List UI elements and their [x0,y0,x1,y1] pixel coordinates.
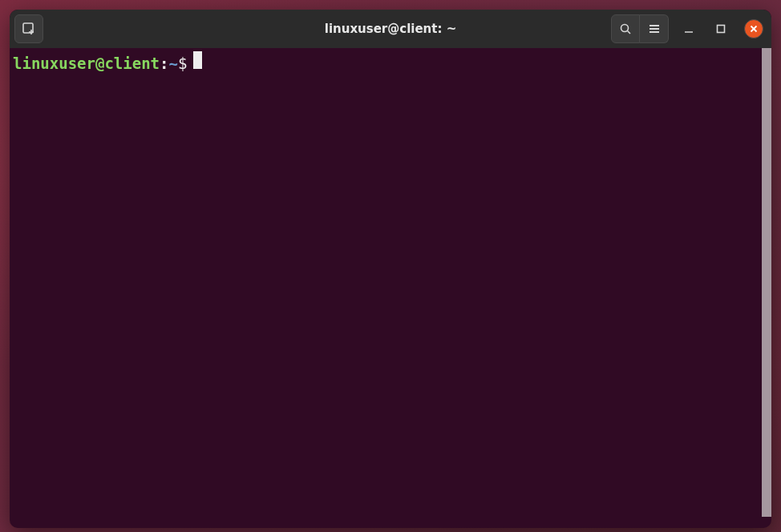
new-tab-icon [22,22,36,36]
prompt-user-host: linuxuser@client [13,54,160,74]
scrollbar-thumb[interactable] [762,48,771,517]
titlebar-right [611,14,767,43]
close-icon [750,25,758,33]
svg-line-4 [628,31,631,34]
new-tab-button[interactable] [14,14,43,43]
close-button[interactable] [744,19,763,38]
svg-rect-9 [718,26,725,33]
prompt-symbol: $ [178,54,187,74]
terminal-body[interactable]: linuxuser@client:~$ [10,48,771,528]
maximize-icon [716,24,726,34]
hamburger-menu-button[interactable] [640,14,669,43]
titlebar-left [14,14,43,43]
titlebar-button-group [611,14,669,43]
maximize-button[interactable] [709,17,733,41]
prompt-path: ~ [168,54,177,74]
terminal-cursor [193,51,202,69]
minimize-icon [684,24,694,34]
minimize-button[interactable] [677,17,701,41]
svg-point-3 [621,25,629,32]
prompt-line: linuxuser@client:~$ [13,51,770,74]
search-icon [619,22,632,35]
scrollbar-track[interactable] [762,48,771,517]
prompt-separator: : [160,54,168,74]
window-title: linuxuser@client: ~ [325,22,456,36]
search-button[interactable] [611,14,640,43]
terminal-window: linuxuser@client: ~ [10,10,771,528]
titlebar: linuxuser@client: ~ [10,10,771,48]
hamburger-icon [648,22,661,35]
